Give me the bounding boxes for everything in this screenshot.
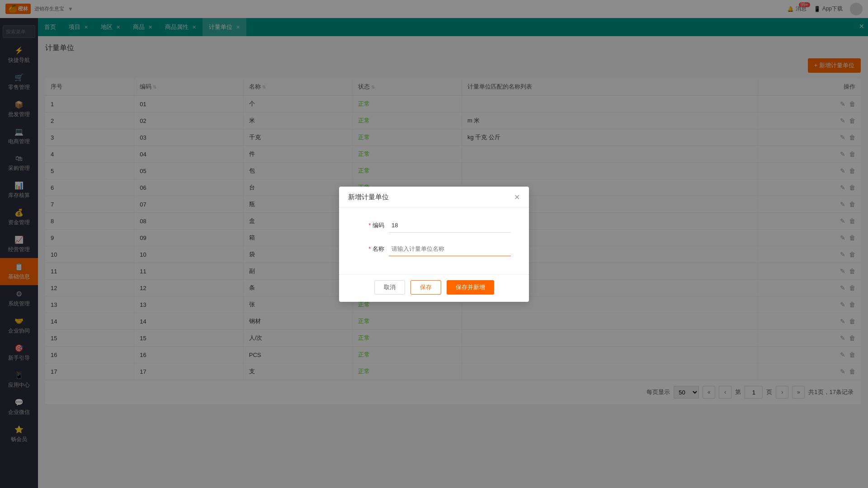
name-input[interactable]: [389, 242, 511, 256]
modal-overlay: 新增计量单位 ✕ * * 编码编码 * 名称 取消 保存 保存并新增: [0, 0, 868, 488]
modal-footer: 取消 保存 保存并新增: [339, 274, 529, 302]
modal-body: * * 编码编码 * 名称: [339, 207, 529, 274]
name-required-mark: *: [368, 245, 373, 252]
code-input[interactable]: [389, 218, 511, 233]
code-label: * * 编码编码: [357, 221, 384, 230]
cancel-button[interactable]: 取消: [374, 280, 405, 295]
name-label: * 名称: [357, 245, 384, 253]
form-item-name: * 名称: [357, 242, 511, 256]
form-item-code: * * 编码编码: [357, 218, 511, 233]
modal-header: 新增计量单位 ✕: [339, 187, 529, 207]
code-required-mark: *: [368, 222, 373, 229]
add-unit-modal: 新增计量单位 ✕ * * 编码编码 * 名称 取消 保存 保存并新增: [339, 187, 529, 302]
modal-title: 新增计量单位: [348, 193, 389, 202]
save-and-add-button[interactable]: 保存并新增: [447, 280, 494, 295]
save-button[interactable]: 保存: [410, 280, 441, 295]
modal-close-button[interactable]: ✕: [514, 193, 520, 202]
